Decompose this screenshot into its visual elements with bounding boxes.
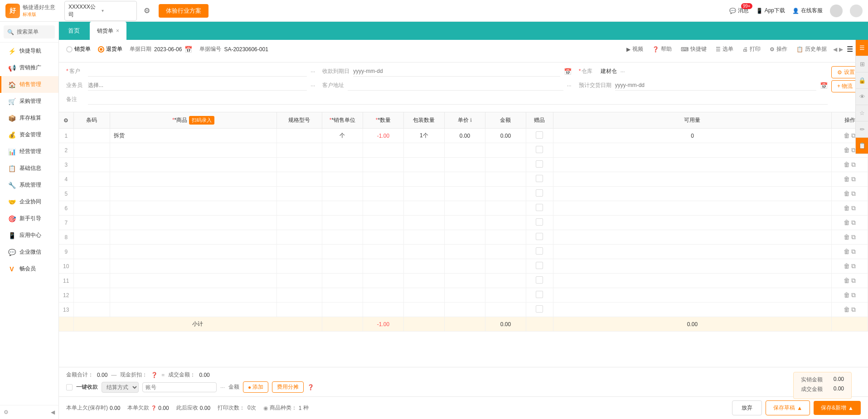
sidebar-item-purchase[interactable]: 🛒 采购管理 bbox=[0, 93, 58, 110]
fee-help-icon[interactable]: ❓ bbox=[307, 384, 314, 390]
row-spec[interactable] bbox=[276, 187, 322, 201]
row-amount[interactable] bbox=[485, 303, 526, 317]
row-barcode[interactable] bbox=[73, 288, 110, 303]
sidebar-item-finance[interactable]: 💰 资金管理 bbox=[0, 126, 58, 143]
delete-row-icon[interactable]: 🗑 bbox=[844, 204, 850, 212]
copy-row-icon[interactable]: ⧉ bbox=[851, 248, 856, 255]
row-pack-qty[interactable] bbox=[403, 172, 444, 187]
row-spec[interactable] bbox=[276, 172, 322, 187]
lock-float-btn[interactable]: 🔒 bbox=[856, 72, 868, 89]
row-gift[interactable] bbox=[526, 143, 553, 158]
warehouse-dots[interactable]: ··· bbox=[621, 68, 625, 75]
copy-row-icon[interactable]: ⧉ bbox=[851, 175, 856, 183]
gift-checkbox[interactable] bbox=[536, 262, 543, 269]
return-order-radio[interactable]: 退货单 bbox=[98, 45, 122, 53]
row-amount[interactable] bbox=[485, 172, 526, 187]
delivery-calendar-icon[interactable]: 📅 bbox=[820, 82, 828, 89]
row-barcode[interactable] bbox=[73, 187, 110, 201]
salesperson-input[interactable] bbox=[88, 80, 307, 91]
help-btn[interactable]: ❓ 帮助 bbox=[650, 44, 674, 54]
gift-checkbox[interactable] bbox=[536, 233, 543, 240]
row-gift[interactable] bbox=[526, 245, 553, 259]
row-amount[interactable] bbox=[485, 216, 526, 230]
copy-row-icon[interactable]: ⧉ bbox=[851, 277, 856, 284]
row-pack-qty[interactable] bbox=[403, 288, 444, 303]
list-view-float-btn[interactable]: ☰ bbox=[856, 40, 868, 56]
row-gift[interactable] bbox=[526, 230, 553, 245]
print-btn[interactable]: 🖨 打印 bbox=[740, 44, 763, 54]
row-unit[interactable] bbox=[322, 143, 363, 158]
row-unit-price[interactable] bbox=[444, 187, 485, 201]
row-pack-qty[interactable] bbox=[403, 303, 444, 317]
delete-row-icon[interactable]: 🗑 bbox=[844, 248, 850, 255]
payment-calendar-icon[interactable]: 📅 bbox=[564, 68, 572, 75]
copy-row-icon[interactable]: ⧉ bbox=[851, 190, 856, 197]
close-tab-icon[interactable]: × bbox=[116, 28, 119, 34]
row-spec[interactable] bbox=[276, 216, 322, 230]
row-quantity[interactable] bbox=[363, 158, 403, 172]
grid-view-float-btn[interactable]: ⊞ bbox=[856, 56, 868, 72]
row-product[interactable] bbox=[110, 201, 276, 216]
row-pack-qty[interactable] bbox=[403, 158, 444, 172]
row-pack-qty[interactable] bbox=[403, 216, 444, 230]
sidebar-item-vip[interactable]: V 畅会员 bbox=[0, 260, 58, 277]
abandon-btn[interactable]: 放弃 bbox=[732, 400, 762, 415]
row-quantity[interactable] bbox=[363, 245, 403, 259]
row-product[interactable] bbox=[110, 187, 276, 201]
edit-float-btn[interactable]: ✏ bbox=[856, 121, 868, 138]
sale-order-radio[interactable]: 销货单 bbox=[66, 45, 91, 53]
row-amount[interactable] bbox=[485, 288, 526, 303]
row-product[interactable]: 拆货 bbox=[110, 129, 276, 143]
sidebar-item-quick-nav[interactable]: ⚡ 快捷导航 bbox=[0, 43, 58, 59]
delete-row-icon[interactable]: 🗑 bbox=[844, 306, 850, 313]
row-spec[interactable] bbox=[276, 288, 322, 303]
row-quantity[interactable] bbox=[363, 187, 403, 201]
row-unit-price[interactable] bbox=[444, 288, 485, 303]
row-spec[interactable] bbox=[276, 129, 322, 143]
sidebar-item-sales[interactable]: 🏠 销售管理 bbox=[0, 76, 58, 93]
row-barcode[interactable] bbox=[73, 201, 110, 216]
row-unit[interactable] bbox=[322, 274, 363, 288]
scan-input-btn[interactable]: 扫码录入 bbox=[189, 116, 214, 125]
th-settings[interactable]: ⚙ bbox=[59, 112, 73, 129]
copy-row-icon[interactable]: ⧉ bbox=[851, 219, 856, 226]
sidebar-item-collab[interactable]: 🤝 企业协同 bbox=[0, 193, 58, 210]
row-unit-price[interactable] bbox=[444, 245, 485, 259]
row-pack-qty[interactable] bbox=[403, 187, 444, 201]
gift-checkbox[interactable] bbox=[536, 189, 543, 197]
row-unit[interactable] bbox=[322, 303, 363, 317]
row-unit-price[interactable] bbox=[444, 216, 485, 230]
row-gift[interactable] bbox=[526, 274, 553, 288]
gift-checkbox[interactable] bbox=[536, 218, 543, 226]
row-unit-price[interactable] bbox=[444, 259, 485, 274]
row-pack-qty[interactable] bbox=[403, 230, 444, 245]
row-amount[interactable]: 0.00 bbox=[485, 129, 526, 143]
row-spec[interactable] bbox=[276, 303, 322, 317]
gift-checkbox[interactable] bbox=[536, 204, 543, 211]
history-orders-btn[interactable]: 📋 历史单据 bbox=[794, 44, 829, 54]
row-spec[interactable] bbox=[276, 143, 322, 158]
gift-checkbox[interactable] bbox=[536, 291, 543, 298]
row-quantity[interactable] bbox=[363, 288, 403, 303]
search-menu-btn[interactable]: 🔍 搜索菜单 bbox=[4, 25, 55, 39]
row-product[interactable] bbox=[110, 303, 276, 317]
row-unit[interactable] bbox=[322, 259, 363, 274]
row-barcode[interactable] bbox=[73, 143, 110, 158]
row-unit[interactable] bbox=[322, 288, 363, 303]
gift-checkbox[interactable] bbox=[536, 160, 543, 168]
row-gift[interactable] bbox=[526, 288, 553, 303]
row-unit-price[interactable] bbox=[444, 303, 485, 317]
row-barcode[interactable] bbox=[73, 129, 110, 143]
row-quantity[interactable] bbox=[363, 201, 403, 216]
notes-input[interactable] bbox=[88, 94, 828, 105]
row-unit-price[interactable] bbox=[444, 274, 485, 288]
next-arrow[interactable]: ▶ bbox=[839, 46, 843, 53]
one-click-payment-checkbox[interactable] bbox=[66, 384, 73, 390]
customer-dots[interactable]: ··· bbox=[310, 68, 315, 75]
sidebar-item-operations[interactable]: 📊 经营管理 bbox=[0, 143, 58, 160]
row-product[interactable] bbox=[110, 245, 276, 259]
row-amount[interactable] bbox=[485, 245, 526, 259]
sidebar-item-marketing[interactable]: 📢 营销推广 bbox=[0, 59, 58, 76]
delete-row-icon[interactable]: 🗑 bbox=[844, 233, 850, 241]
row-barcode[interactable] bbox=[73, 274, 110, 288]
